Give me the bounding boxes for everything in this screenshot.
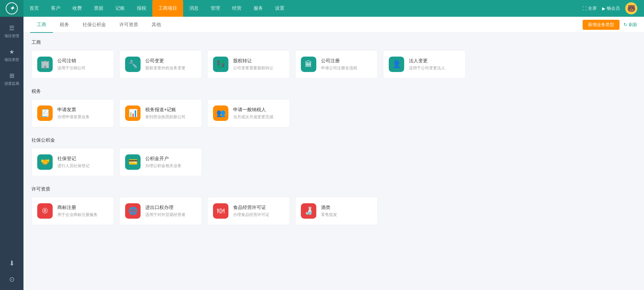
- card-desc: 零售批发: [321, 212, 337, 218]
- service-card[interactable]: 💳公积金开户办理公积金相关业务: [119, 148, 202, 176]
- section-税务: 税务🧾申请发票办理申请发票业务📊税务报道+记账拿到营业执照的新公司👥申请一般纳税…: [32, 88, 636, 127]
- card-text: 股权转让公司变更需要股权转让: [233, 58, 273, 71]
- scroll-content: 工商🏢公司注销适用于注销公司🔧公司变更股权变更外的业务变更💱股权转让公司变更需要…: [23, 33, 644, 290]
- service-card[interactable]: 👥申请一般纳税人当月或次月成变更完成: [207, 99, 290, 127]
- nav-item-收费[interactable]: 收费: [66, 0, 88, 17]
- member-label: 畅会员: [607, 5, 620, 11]
- card-desc: 股权变更外的业务变更: [145, 65, 185, 71]
- top-navigation: ✦ 首页客户收费票据记账报税工商项目消息管理经营服务设置 ⛶ 全屏 ▶ 畅会员 …: [0, 0, 644, 17]
- section-许可资质: 许可资质®商标注册用于企业商标注册服务🌐进出口权办理适用于对外贸易经营者🍽食品经…: [32, 186, 636, 225]
- card-title: 申请发票: [57, 107, 90, 113]
- card-icon: 🍽: [213, 203, 228, 219]
- member-button[interactable]: ▶ 畅会员: [602, 5, 620, 11]
- nav-item-管理[interactable]: 管理: [205, 0, 226, 17]
- card-icon: 💳: [125, 154, 141, 170]
- card-icon: 👥: [213, 105, 228, 121]
- nav-items: 首页客户收费票据记账报税工商项目消息管理经营服务设置: [23, 0, 576, 17]
- sidebar-bottom-icon[interactable]: ⬇: [0, 256, 23, 271]
- card-text: 申请一般纳税人当月或次月成变更完成: [233, 107, 273, 120]
- nav-right: ⛶ 全屏 ▶ 畅会员 🐻: [576, 2, 644, 14]
- service-card[interactable]: 🍽食品经营许可证办理食品经营许可证: [207, 197, 290, 225]
- card-title: 公司变更: [145, 58, 185, 64]
- service-card[interactable]: 🏢公司注销适用于注销公司: [32, 50, 114, 78]
- card-title: 公司注册: [321, 58, 357, 64]
- sidebar-item-项目类型[interactable]: ★项目类型: [0, 44, 23, 66]
- sidebar-icon: ⊞: [8, 72, 16, 80]
- card-title: 公积金开户: [145, 156, 181, 162]
- nav-item-报税[interactable]: 报税: [131, 0, 152, 17]
- service-card[interactable]: 🍶酒类零售批发: [295, 197, 378, 225]
- card-desc: 适用于注销公司: [57, 65, 86, 71]
- section-title: 工商: [32, 40, 636, 46]
- card-icon: 🤝: [37, 154, 53, 170]
- tabs-actions: 新增业务类型↻刷新: [583, 20, 637, 30]
- service-card[interactable]: 👤法人变更适用于公司变更法人: [383, 50, 466, 78]
- section-title: 社保公积金: [32, 137, 636, 143]
- main-layout: ☰项目管理★项目类型⊞进度监测⬇⊙ 工商税务社保公积金许可资质其他新增业务类型↻…: [0, 17, 644, 290]
- card-desc: 申请公司注册全流程: [321, 65, 357, 71]
- tab-许可资质[interactable]: 许可资质: [113, 17, 145, 33]
- sidebar-icon: ☰: [8, 24, 16, 32]
- nav-item-票据[interactable]: 票据: [88, 0, 109, 17]
- refresh-icon: ↻: [624, 22, 627, 27]
- card-text: 公司注册申请公司注册全流程: [321, 58, 357, 71]
- card-desc: 办理申请发票业务: [57, 114, 90, 120]
- service-card[interactable]: 🤝社保登记进行人员社保登记: [32, 148, 114, 176]
- user-avatar[interactable]: 🐻: [625, 2, 637, 14]
- nav-item-工商项目[interactable]: 工商项目: [152, 0, 183, 17]
- service-card[interactable]: 💱股权转让公司变更需要股权转让: [207, 50, 290, 78]
- fullscreen-label: 全屏: [588, 5, 597, 11]
- section-title: 税务: [32, 88, 636, 94]
- nav-item-经营[interactable]: 经营: [226, 0, 248, 17]
- service-card[interactable]: 📊税务报道+记账拿到营业执照的新公司: [119, 99, 202, 127]
- service-card[interactable]: 🔧公司变更股权变更外的业务变更: [119, 50, 202, 78]
- card-desc: 用于企业商标注册服务: [57, 212, 98, 218]
- nav-item-服务[interactable]: 服务: [248, 0, 269, 17]
- nav-item-记账[interactable]: 记账: [109, 0, 131, 17]
- card-text: 税务报道+记账拿到营业执照的新公司: [145, 107, 185, 120]
- cards-grid: 🤝社保登记进行人员社保登记💳公积金开户办理公积金相关业务: [32, 148, 636, 176]
- card-icon: 🏛: [301, 57, 316, 72]
- card-text: 公积金开户办理公积金相关业务: [145, 156, 181, 169]
- tab-社保公积金[interactable]: 社保公积金: [76, 17, 113, 33]
- nav-item-消息[interactable]: 消息: [183, 0, 205, 17]
- card-text: 公司注销适用于注销公司: [57, 58, 86, 71]
- cards-grid: 🧾申请发票办理申请发票业务📊税务报道+记账拿到营业执照的新公司👥申请一般纳税人当…: [32, 99, 636, 127]
- tabs-bar: 工商税务社保公积金许可资质其他新增业务类型↻刷新: [23, 17, 644, 33]
- tab-工商[interactable]: 工商: [30, 17, 53, 33]
- card-icon: 🔧: [125, 57, 141, 72]
- sidebar-item-进度监测[interactable]: ⊞进度监测: [0, 68, 23, 90]
- card-text: 社保登记进行人员社保登记: [57, 156, 90, 169]
- nav-item-首页[interactable]: 首页: [23, 0, 45, 17]
- card-title: 税务报道+记账: [145, 107, 185, 113]
- sidebar-bottom-icon[interactable]: ⊙: [0, 272, 23, 287]
- nav-item-设置[interactable]: 设置: [269, 0, 290, 17]
- logo-icon: ✦: [6, 2, 18, 14]
- service-card[interactable]: ®商标注册用于企业商标注册服务: [32, 197, 114, 225]
- card-icon: 🌐: [125, 203, 141, 219]
- sidebar-item-项目管理[interactable]: ☰项目管理: [0, 20, 23, 43]
- nav-item-客户[interactable]: 客户: [45, 0, 66, 17]
- card-icon: 🧾: [37, 105, 53, 121]
- sidebar-icon: ★: [8, 48, 16, 56]
- sidebar: ☰项目管理★项目类型⊞进度监测⬇⊙: [0, 17, 23, 290]
- tab-税务[interactable]: 税务: [53, 17, 76, 33]
- card-desc: 当月或次月成变更完成: [233, 114, 273, 120]
- content-area: 工商税务社保公积金许可资质其他新增业务类型↻刷新 工商🏢公司注销适用于注销公司🔧…: [23, 17, 644, 290]
- card-text: 申请发票办理申请发票业务: [57, 107, 90, 120]
- section-工商: 工商🏢公司注销适用于注销公司🔧公司变更股权变更外的业务变更💱股权转让公司变更需要…: [32, 40, 636, 78]
- sidebar-label: 项目管理: [4, 33, 19, 39]
- fullscreen-icon: ⛶: [582, 6, 587, 11]
- add-type-button[interactable]: 新增业务类型: [583, 20, 620, 30]
- refresh-button[interactable]: ↻刷新: [624, 22, 637, 28]
- card-title: 公司注销: [57, 58, 86, 64]
- card-title: 社保登记: [57, 156, 90, 162]
- service-card[interactable]: 🧾申请发票办理申请发票业务: [32, 99, 114, 127]
- card-text: 酒类零售批发: [321, 205, 337, 218]
- service-card[interactable]: 🌐进出口权办理适用于对外贸易经营者: [119, 197, 202, 225]
- tab-其他[interactable]: 其他: [145, 17, 168, 33]
- card-title: 食品经营许可证: [233, 205, 269, 211]
- fullscreen-button[interactable]: ⛶ 全屏: [582, 5, 597, 11]
- service-card[interactable]: 🏛公司注册申请公司注册全流程: [295, 50, 378, 78]
- card-desc: 办理食品经营许可证: [233, 212, 269, 218]
